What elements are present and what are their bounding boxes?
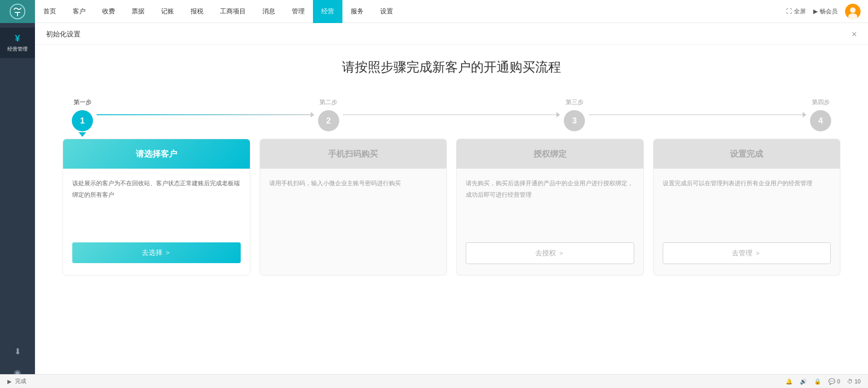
- notification-icon[interactable]: 🔔: [786, 378, 793, 385]
- card-2-header: 手机扫码购买: [260, 139, 447, 169]
- card-4-body: 设置完成后可以在管理列表进行所有企业用户的经营管理: [654, 169, 840, 242]
- card-4-text: 设置完成后可以在管理列表进行所有企业用户的经营管理: [663, 178, 831, 189]
- card-1-footer: 去选择 ＞: [63, 242, 250, 274]
- connector-2-3: [339, 98, 564, 118]
- volume-icon[interactable]: 🔊: [800, 378, 807, 385]
- wizard-heading: 请按照步骤完成新客户的开通购买流程: [63, 59, 840, 76]
- card-1-header: 请选择客户: [63, 139, 250, 169]
- svg-point-0: [10, 4, 25, 19]
- nav-item-manage[interactable]: 管理: [284, 0, 313, 23]
- card-4: 设置完成 设置完成后可以在管理列表进行所有企业用户的经营管理 去管理 ＞: [653, 139, 841, 276]
- go-manage-button[interactable]: 去管理 ＞: [663, 242, 831, 264]
- step-1-circle: 1: [72, 110, 93, 131]
- vip-btn[interactable]: ▶ 畅会员: [813, 7, 838, 16]
- nav-item-account[interactable]: 记账: [153, 0, 182, 23]
- step-4: 第四步 4: [810, 98, 831, 131]
- card-1-body: 该处展示的客户为不在回收站、客户状态正常建账后完成老板端绑定的所有客户: [63, 169, 250, 242]
- close-button[interactable]: ×: [851, 29, 857, 39]
- timer: ⏱ 10: [847, 378, 861, 385]
- logo: [0, 0, 35, 23]
- step-1: 第一步 1: [72, 98, 93, 131]
- nav-item-settings[interactable]: 设置: [372, 0, 401, 23]
- avatar[interactable]: [845, 4, 861, 19]
- step-3: 第三步 3: [564, 98, 585, 131]
- message-count: 💬 0: [828, 378, 840, 385]
- sidebar: ¥ 经营管理 ⬇ ◉: [0, 23, 35, 388]
- card-4-header: 设置完成: [654, 139, 840, 169]
- step-3-label: 第三步: [566, 98, 584, 106]
- nav-item-operation[interactable]: 经营: [313, 0, 342, 23]
- page-header: 初始化设置 ×: [35, 23, 868, 45]
- nav-right: ⛶ 全屏 ▶ 畅会员: [786, 4, 868, 19]
- nav-item-commerce[interactable]: 工商项目: [212, 0, 254, 23]
- nav-item-message[interactable]: 消息: [254, 0, 284, 23]
- step-4-circle: 4: [810, 110, 831, 131]
- card-4-footer: 去管理 ＞: [654, 242, 840, 275]
- card-2: 手机扫码购买 请用手机扫码，输入小微企业主账号密码进行购买: [260, 139, 447, 276]
- card-1: 请选择客户 该处展示的客户为不在回收站、客户状态正常建账后完成老板端绑定的所有客…: [63, 139, 250, 276]
- step-2: 第二步 2: [318, 98, 339, 131]
- card-3-header: 授权绑定: [457, 139, 643, 169]
- vip-icon: ▶: [813, 8, 818, 15]
- logo-icon: [9, 3, 26, 20]
- card-3: 授权绑定 请先购买，购买后选择开通的产品中的企业用户进行授权绑定，成功后即可进行…: [456, 139, 644, 276]
- nav-item-bill[interactable]: 票据: [123, 0, 153, 23]
- page-title: 初始化设置: [46, 30, 81, 39]
- nav-item-customer[interactable]: 客户: [64, 0, 94, 23]
- status-bar-right: 🔔 🔊 🔒 💬 0 ⏱ 10: [786, 378, 861, 385]
- operation-icon: ¥: [15, 33, 20, 44]
- nav-items: 首页 客户 收费 票据 记账 报税 工商项目 消息 管理 经营 服务 设置: [35, 0, 786, 23]
- connector-3-4: [585, 98, 810, 118]
- card-2-footer: [260, 242, 447, 267]
- layout: ¥ 经营管理 ⬇ ◉ 初始化设置 × 请按照步骤完成新客户的开通购买流程 第一步: [0, 23, 868, 388]
- fullscreen-btn[interactable]: ⛶ 全屏: [786, 7, 806, 16]
- play-icon: ▶: [7, 378, 12, 385]
- download-icon: ⬇: [14, 347, 21, 357]
- status-bar-left: ▶ 完成: [7, 377, 26, 385]
- top-nav: 首页 客户 收费 票据 记账 报税 工商项目 消息 管理 经营 服务 设置 ⛶ …: [0, 0, 868, 23]
- step-1-label: 第一步: [74, 98, 92, 106]
- avatar-icon: [845, 4, 861, 19]
- step-4-label: 第四步: [812, 98, 830, 106]
- sidebar-item-operation[interactable]: ¥ 经营管理: [0, 28, 35, 58]
- svg-point-2: [850, 7, 856, 13]
- nav-item-service[interactable]: 服务: [342, 0, 372, 23]
- main-content: 初始化设置 × 请按照步骤完成新客户的开通购买流程 第一步 1: [35, 23, 868, 388]
- status-text: 完成: [15, 377, 26, 385]
- step-2-circle: 2: [318, 110, 339, 131]
- wizard-container: 请按照步骤完成新客户的开通购买流程 第一步 1: [35, 45, 868, 294]
- card-3-footer: 去授权 ＞: [457, 242, 643, 275]
- sidebar-item-download[interactable]: ⬇: [0, 341, 35, 362]
- status-bar: ▶ 完成 🔔 🔊 🔒 💬 0 ⏱ 10: [0, 374, 868, 388]
- connector-1-2: [93, 98, 318, 118]
- card-3-body: 请先购买，购买后选择开通的产品中的企业用户进行授权绑定，成功后即可进行经营管理: [457, 169, 643, 242]
- steps-row: 第一步 1 第二步 2: [63, 98, 840, 131]
- card-2-body: 请用手机扫码，输入小微企业主账号密码进行购买: [260, 169, 447, 242]
- step-3-circle: 3: [564, 110, 585, 131]
- fullscreen-icon: ⛶: [786, 8, 792, 15]
- card-2-text: 请用手机扫码，输入小微企业主账号密码进行购买: [269, 178, 438, 189]
- card-3-text: 请先购买，购买后选择开通的产品中的企业用户进行授权绑定，成功后即可进行经营管理: [466, 178, 634, 200]
- cards-row: 请选择客户 该处展示的客户为不在回收站、客户状态正常建账后完成老板端绑定的所有客…: [63, 139, 840, 276]
- nav-item-tax[interactable]: 报税: [182, 0, 212, 23]
- lock-icon[interactable]: 🔒: [814, 378, 821, 385]
- nav-item-home[interactable]: 首页: [35, 0, 64, 23]
- go-select-button[interactable]: 去选择 ＞: [72, 242, 241, 263]
- go-authorize-button[interactable]: 去授权 ＞: [466, 242, 634, 264]
- step-2-label: 第二步: [319, 98, 337, 106]
- card-1-text: 该处展示的客户为不在回收站、客户状态正常建账后完成老板端绑定的所有客户: [72, 178, 241, 200]
- nav-item-fee[interactable]: 收费: [94, 0, 123, 23]
